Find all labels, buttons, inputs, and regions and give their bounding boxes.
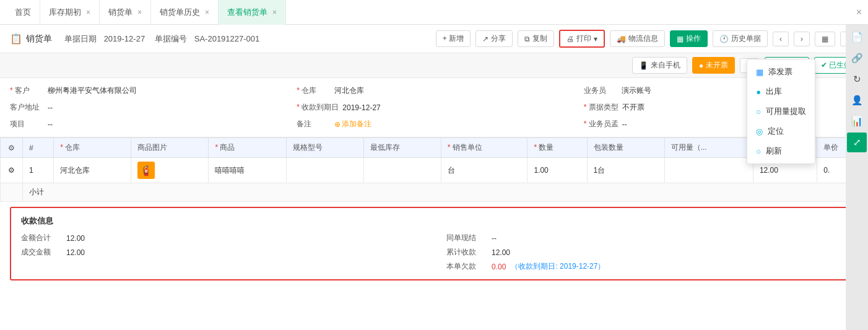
- doc-header: 📋 销货单 单据日期 2019-12-27 单据编号 SA-20191227-0…: [0, 25, 868, 53]
- refresh-item[interactable]: ○ 刷新: [747, 141, 815, 161]
- share-button[interactable]: ↗ 分享: [475, 30, 513, 47]
- col-quantity: 数量: [527, 138, 587, 158]
- project-value: --: [48, 120, 284, 129]
- col-unit: 销售单位: [441, 138, 527, 158]
- payment-grid: 金额合计 12.00 成交金额 12.00 同单现结 -- 累计收款: [21, 233, 847, 272]
- phone-icon: 📱: [639, 61, 648, 70]
- operations-button[interactable]: ▦ 操作: [670, 30, 708, 47]
- row-spec: [286, 158, 363, 183]
- window-close[interactable]: ×: [856, 7, 862, 18]
- row-min-stock: [363, 158, 441, 183]
- sidebar-expand-icon[interactable]: ⤢: [847, 132, 867, 152]
- add-note-icon: ⊕: [334, 120, 341, 129]
- product-image: 🧯: [137, 162, 155, 179]
- doc-title: 📋 销货单: [10, 33, 52, 45]
- row-num: 1: [23, 158, 54, 183]
- new-button[interactable]: + 新增: [436, 30, 471, 47]
- sidebar-link-icon[interactable]: 🔗: [847, 48, 867, 68]
- row-unit: 台: [441, 158, 527, 183]
- copy-icon: ⧉: [524, 35, 530, 43]
- transaction-value: 12.00: [66, 248, 85, 257]
- operations-icon: ▦: [677, 35, 684, 43]
- logistics-button[interactable]: 🚚 物流信息: [610, 30, 665, 47]
- col-pack-qty: 包装数量: [587, 138, 664, 158]
- same-settlement-label: 同单现结: [446, 233, 487, 243]
- tab-view-sales[interactable]: 查看销货单 ×: [219, 0, 286, 25]
- tab-home[interactable]: 首页: [6, 0, 40, 25]
- add-invoice-item[interactable]: ▦ 添发票: [747, 62, 815, 82]
- same-settlement-row: 同单现结 --: [446, 233, 847, 243]
- tab-sales-history[interactable]: 销货单历史 ×: [151, 0, 219, 25]
- tab-inventory-close[interactable]: ×: [86, 8, 90, 17]
- col-product: 商品: [209, 138, 286, 158]
- cumulative-value: 12.00: [492, 248, 510, 257]
- prev-button[interactable]: ‹: [773, 32, 789, 46]
- from-phone-button[interactable]: 📱 来自手机: [632, 57, 687, 74]
- table-header-row: ⚙ # 仓库 商品图片 商品 规格型号 最低库存 销售单位 数量 包装数量 可用…: [1, 138, 868, 158]
- col-num: #: [23, 138, 54, 158]
- tab-sales[interactable]: 销货单 ×: [100, 0, 151, 25]
- available-extract-item[interactable]: ○ 可用量提取: [747, 102, 815, 121]
- tab-home-label: 首页: [15, 7, 31, 18]
- outbound-label: 出库: [766, 86, 782, 97]
- sidebar-chart-icon[interactable]: 📊: [847, 111, 867, 131]
- locate-item[interactable]: ◎ 定位: [747, 121, 815, 141]
- subtotal-gear: [1, 183, 23, 202]
- sidebar-doc-icon[interactable]: 📄: [847, 27, 867, 47]
- salesman-label: 业务员孟: [584, 119, 618, 129]
- tab-sales-history-close[interactable]: ×: [205, 8, 209, 17]
- due-date-value: 2019-12-27: [342, 103, 571, 112]
- same-settlement-value: --: [492, 234, 497, 243]
- total-label: 金额合计: [21, 233, 61, 243]
- available-label: 可用量提取: [766, 106, 806, 117]
- customer-field: 客户 柳州粤港平安气体有限公司: [10, 85, 284, 96]
- tab-sales-history-label: 销货单历史: [160, 7, 200, 18]
- col-product-img: 商品图片: [131, 138, 209, 158]
- doc-icon: 📋: [10, 33, 22, 45]
- tab-sales-close[interactable]: ×: [137, 8, 142, 17]
- add-note-button[interactable]: ⊕ 添加备注: [334, 119, 371, 129]
- owed-label: 本单欠款: [446, 261, 487, 272]
- row-gear[interactable]: ⚙: [1, 158, 23, 183]
- sidebar-refresh-icon[interactable]: ↻: [847, 69, 867, 89]
- copy-button[interactable]: ⧉ 复制: [518, 30, 554, 47]
- staff-field: 业务员 演示账号: [584, 85, 858, 96]
- doc-number-value: SA-20191227-001: [194, 34, 260, 43]
- history-button[interactable]: 🕐 历史单据: [713, 30, 768, 47]
- history-icon: 🕐: [719, 35, 729, 43]
- ticket-field: 票据类型 不开票: [584, 102, 858, 113]
- row-product: 嘻嘻嘻嘻: [209, 158, 286, 183]
- sidebar-user-icon[interactable]: 👤: [847, 90, 867, 110]
- logistics-icon: 🚚: [617, 35, 626, 43]
- print-dropdown-icon: ▾: [594, 35, 597, 43]
- note-field: 备注 ⊕ 添加备注: [297, 119, 571, 129]
- print-icon: 🖨: [566, 35, 574, 43]
- grid-view-button[interactable]: ▦: [815, 32, 835, 46]
- payment-panel: 收款信息 金额合计 12.00 成交金额 12.00 同单现结 --: [10, 207, 858, 280]
- next-button[interactable]: ›: [794, 32, 810, 46]
- tab-sales-label: 销货单: [108, 7, 132, 18]
- add-invoice-label: 添发票: [768, 66, 792, 77]
- ticket-value: 不开票: [622, 102, 858, 113]
- owed-value: 0.00: [492, 263, 506, 271]
- warehouse-value: 河北仓库: [334, 85, 571, 96]
- row-warehouse: 河北仓库: [54, 158, 131, 183]
- tab-inventory[interactable]: 库存期初 ×: [40, 0, 100, 25]
- print-button[interactable]: 🖨 打印 ▾: [559, 30, 605, 48]
- due-date-label: 收款到期日: [297, 102, 339, 113]
- tab-bar: 首页 库存期初 × 销货单 × 销货单历史 × 查看销货单 × ×: [0, 0, 868, 25]
- customer-value: 柳州粤港平安气体有限公司: [48, 85, 284, 96]
- staff-value: 演示账号: [622, 85, 858, 96]
- payment-left: 金额合计 12.00 成交金额 12.00: [21, 233, 422, 272]
- outbound-item[interactable]: ● 出库: [747, 82, 815, 102]
- not-opened-button[interactable]: ● 未开票: [692, 57, 735, 74]
- note-label: 备注: [297, 119, 331, 129]
- col-gear[interactable]: ⚙: [1, 138, 23, 158]
- due-date-field: 收款到期日 2019-12-27: [297, 102, 571, 113]
- col-spec: 规格型号: [286, 138, 363, 158]
- doc-number-label: 单据编号 SA-20191227-001: [155, 33, 259, 45]
- tab-view-sales-close[interactable]: ×: [272, 8, 277, 17]
- salesman-value: --: [622, 120, 858, 129]
- subtotal-label: 小计: [23, 183, 868, 202]
- staff-label: 业务员: [584, 85, 618, 96]
